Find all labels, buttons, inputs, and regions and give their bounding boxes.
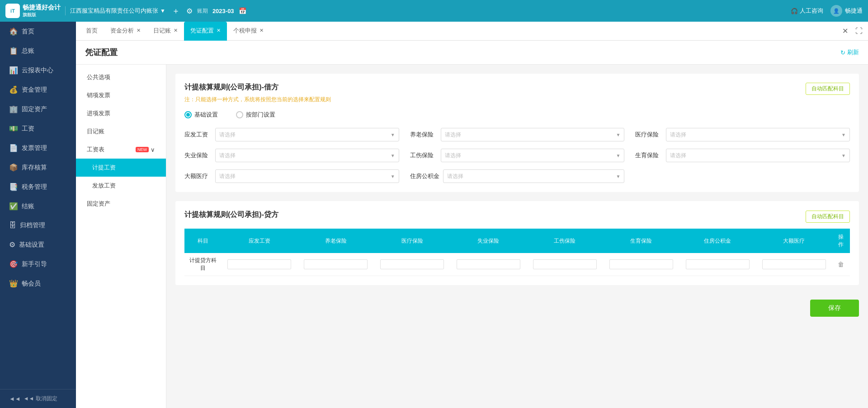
select-gross-salary[interactable]: 请选择 ▼ bbox=[215, 128, 399, 141]
tab-home[interactable]: 首页 bbox=[80, 22, 104, 41]
input-pension[interactable] bbox=[304, 259, 368, 269]
add-button[interactable]: ＋ bbox=[170, 4, 182, 18]
field-injury: 工伤保险 请选择 ▼ bbox=[410, 149, 625, 162]
input-injury[interactable] bbox=[533, 259, 597, 269]
page-header: 凭证配置 ↻ 刷新 bbox=[76, 41, 868, 65]
select-maternity[interactable]: 请选择 ▼ bbox=[666, 149, 850, 162]
dropdown-arrow-medical: ▼ bbox=[841, 132, 846, 137]
sidebar-label-ledger: 总账 bbox=[22, 47, 34, 55]
left-nav-accrual[interactable]: 计提工资 bbox=[76, 159, 166, 177]
select-large-medical-placeholder: 请选择 bbox=[219, 173, 236, 180]
user-area[interactable]: 👤 畅捷通 bbox=[830, 5, 863, 17]
tab-voucher-close[interactable]: ✕ bbox=[217, 28, 221, 33]
select-large-medical[interactable]: 请选择 ▼ bbox=[215, 169, 399, 183]
radio-dept-circle bbox=[236, 111, 243, 118]
select-gross-placeholder: 请选择 bbox=[219, 131, 236, 139]
left-nav-public[interactable]: 公共选项 bbox=[76, 68, 166, 86]
left-nav-pay-salary[interactable]: 发放工资 bbox=[76, 177, 166, 195]
select-housing-fund[interactable]: 请选择 ▼ bbox=[443, 169, 625, 183]
left-nav-salary-sheet[interactable]: 工资表 NEW ∨ bbox=[76, 141, 166, 159]
sidebar-item-invoice[interactable]: 📄 发票管理 bbox=[0, 138, 76, 158]
sidebar-label-salary: 工资 bbox=[22, 125, 34, 133]
sidebar-item-assets[interactable]: 🏢 固定资产 bbox=[0, 99, 76, 119]
sidebar-label-member: 畅会员 bbox=[22, 280, 41, 288]
select-unemployment[interactable]: 请选择 ▼ bbox=[215, 149, 399, 162]
field-unemployment: 失业保险 请选择 ▼ bbox=[184, 149, 399, 162]
left-nav-salary-sheet-label: 工资表 bbox=[87, 145, 104, 154]
input-unemploy[interactable] bbox=[457, 259, 520, 269]
label-gross-salary: 应发工资 bbox=[184, 131, 212, 139]
td-pension-val bbox=[297, 253, 374, 276]
radio-basic[interactable]: 基础设置 bbox=[184, 111, 218, 119]
dropdown-arrow-housing: ▼ bbox=[616, 174, 620, 179]
user-name: 畅捷通 bbox=[845, 7, 863, 15]
sidebar-item-tax[interactable]: 📑 税务管理 bbox=[0, 177, 76, 197]
invoice-icon: 📄 bbox=[9, 144, 18, 152]
tab-expand-button[interactable]: ⛶ bbox=[854, 25, 864, 37]
dropdown-arrow-pension: ▼ bbox=[616, 132, 620, 137]
dropdown-arrow-unemployment: ▼ bbox=[391, 153, 395, 158]
label-maternity: 生育保险 bbox=[635, 151, 662, 159]
funds-icon: 💰 bbox=[9, 85, 18, 94]
sidebar-item-inventory[interactable]: 📦 库存核算 bbox=[0, 158, 76, 177]
th-gross: 应发工资 bbox=[221, 229, 297, 253]
left-nav-sales-label: 销项发票 bbox=[87, 91, 110, 99]
tab-journal[interactable]: 日记账 ✕ bbox=[147, 22, 184, 41]
save-button[interactable]: 保存 bbox=[810, 300, 859, 317]
dropdown-arrow-injury: ▼ bbox=[616, 153, 620, 158]
period-label: 账期 bbox=[197, 7, 208, 15]
debit-auto-match-button[interactable]: 自动匹配科目 bbox=[806, 83, 850, 95]
settings-icon[interactable]: ⚙ bbox=[186, 7, 193, 15]
select-medical[interactable]: 请选择 ▼ bbox=[666, 128, 850, 141]
sidebar-item-settings[interactable]: ⚙ 基础设置 bbox=[0, 235, 76, 254]
radio-department[interactable]: 按部门设置 bbox=[236, 111, 275, 119]
select-pension[interactable]: 请选择 ▼ bbox=[441, 128, 625, 141]
sidebar-pin-toggle[interactable]: ◄◄ ◄◄ 取消固定 bbox=[0, 389, 76, 408]
refresh-button[interactable]: ↻ 刷新 bbox=[840, 48, 859, 56]
tab-tax-close[interactable]: ✕ bbox=[259, 28, 264, 33]
select-maternity-placeholder: 请选择 bbox=[670, 152, 686, 159]
home-icon: 🏠 bbox=[9, 27, 18, 36]
sidebar-item-reports[interactable]: 📊 云报表中心 bbox=[0, 61, 76, 80]
reports-icon: 📊 bbox=[9, 66, 18, 75]
sidebar-item-guide[interactable]: 🎯 新手引导 bbox=[0, 254, 76, 274]
left-nav-sales-invoice[interactable]: 销项发票 bbox=[76, 86, 166, 104]
tab-journal-close[interactable]: ✕ bbox=[174, 28, 178, 33]
sidebar-item-home[interactable]: 🏠 首页 bbox=[0, 22, 76, 41]
sidebar-item-funds[interactable]: 💰 资金管理 bbox=[0, 80, 76, 99]
left-nav-purchase-label: 进项发票 bbox=[87, 109, 110, 117]
tab-fund-analysis[interactable]: 资金分析 ✕ bbox=[104, 22, 147, 41]
input-gross[interactable] bbox=[227, 259, 291, 269]
input-large-medical[interactable] bbox=[762, 259, 826, 269]
sidebar-item-salary[interactable]: 💵 工资 bbox=[0, 119, 76, 138]
field-housing-fund: 住房公积金 请选择 ▼ bbox=[410, 169, 625, 183]
radio-dept-label: 按部门设置 bbox=[246, 111, 275, 119]
select-injury[interactable]: 请选择 ▼ bbox=[441, 149, 625, 162]
company-selector[interactable]: 江西服宝精品有限责任公司内账张 ▼ bbox=[70, 7, 165, 15]
td-injury-val bbox=[527, 253, 603, 276]
delete-row-button[interactable]: 🗑 bbox=[838, 261, 844, 268]
assets-icon: 🏢 bbox=[9, 105, 18, 113]
input-medical[interactable] bbox=[380, 259, 444, 269]
logo-icon: iT bbox=[5, 4, 20, 18]
sidebar-item-member[interactable]: 👑 畅会员 bbox=[0, 274, 76, 293]
input-maternity[interactable] bbox=[609, 259, 673, 269]
sidebar-item-close[interactable]: ✅ 结账 bbox=[0, 197, 76, 216]
tab-voucher-config[interactable]: 凭证配置 ✕ bbox=[184, 22, 227, 41]
service-button[interactable]: 🎧 人工咨询 bbox=[791, 7, 823, 15]
settings-sidebar-icon: ⚙ bbox=[9, 240, 15, 249]
input-housing[interactable] bbox=[686, 259, 750, 269]
left-nav-fixed-assets[interactable]: 固定资产 bbox=[76, 195, 166, 213]
tab-tax-report[interactable]: 个税申报 ✕ bbox=[227, 22, 270, 41]
left-nav-purchase-invoice[interactable]: 进项发票 bbox=[76, 104, 166, 122]
calendar-icon[interactable]: 📅 bbox=[239, 7, 246, 14]
sidebar-label-assets: 固定资产 bbox=[22, 105, 47, 113]
tab-fund-close[interactable]: ✕ bbox=[137, 28, 141, 33]
sidebar-item-archive[interactable]: 🗄 归档管理 bbox=[0, 216, 76, 235]
tab-close-button[interactable]: ✕ bbox=[840, 25, 850, 37]
sidebar-label-funds: 资金管理 bbox=[22, 86, 47, 94]
sidebar-item-ledger[interactable]: 📋 总账 bbox=[0, 41, 76, 61]
credit-section-title: 计提核算规则(公司承担)-贷方 bbox=[184, 210, 278, 220]
left-nav-journal[interactable]: 日记账 bbox=[76, 122, 166, 141]
credit-auto-match-button[interactable]: 自动匹配科目 bbox=[806, 211, 850, 223]
